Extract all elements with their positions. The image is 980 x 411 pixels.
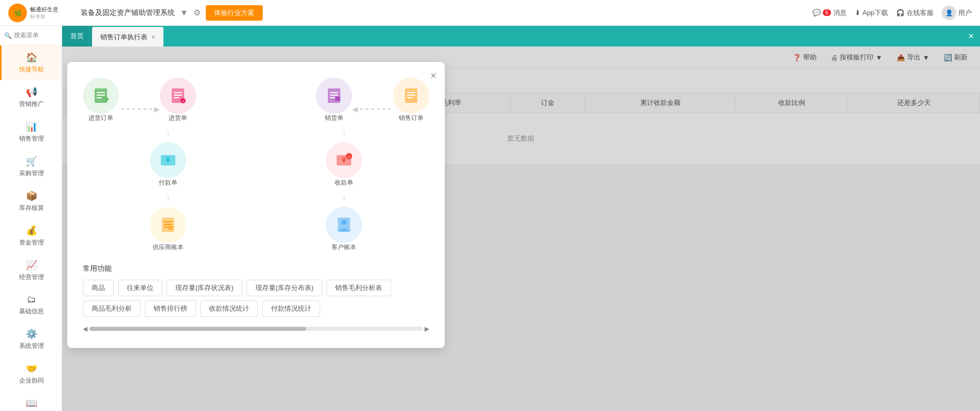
down-arrow-receipt: ↓ [326, 192, 362, 202]
sidebar-item-finance[interactable]: 💰 资金管理 [0, 219, 62, 253]
message-action[interactable]: 💬 6 消息 [812, 8, 847, 18]
flow-node-sales-bill[interactable]: 销货单 [316, 78, 352, 123]
flow-node-customer-ledger[interactable]: 客户账本 [326, 207, 362, 252]
app-header: 🌿 畅通好生意 标准版 装备及固定资产辅助管理系统 ▼ ⚙ 体验行业方案 💬 6… [0, 0, 980, 26]
feature-btn-receipt-stats[interactable]: 收款情况统计 [200, 300, 258, 317]
message-label: 消息 [833, 8, 847, 18]
main-layout: 🔍 搜索菜单 🏠 快捷导航 📢 营销推广 📊 销售管理 🛒 采购管理 📦 库存核… [0, 26, 980, 411]
payment-bill-circle: ¥ [150, 142, 186, 178]
download-icon: ⬇ [855, 9, 861, 17]
trial-button[interactable]: 体验行业方案 [206, 5, 263, 21]
tab-bar-right: × [968, 31, 980, 42]
app-download-action[interactable]: ⬇ App下载 [855, 8, 888, 18]
svg-marker-6 [106, 97, 109, 102]
sidebar: 🔍 搜索菜单 🏠 快捷导航 📢 营销推广 📊 销售管理 🛒 采购管理 📦 库存核… [0, 26, 62, 411]
tab-home[interactable]: 首页 [62, 26, 92, 47]
sidebar-search[interactable]: 🔍 搜索菜单 [0, 26, 62, 45]
flow-node-purchase-order[interactable]: 进货订单 [83, 78, 119, 123]
operations-icon: 📈 [26, 260, 37, 271]
online-service-action[interactable]: 🎧 在线客服 [896, 8, 933, 18]
purchase-icon: 🛒 [26, 156, 37, 167]
feature-btn-counterparty[interactable]: 往来单位 [118, 280, 162, 296]
feature-btn-sales-profit[interactable]: 销售毛利分析表 [326, 280, 391, 296]
supplier-ledger-circle [150, 207, 186, 243]
marketing-icon: 📢 [26, 86, 37, 98]
user-action[interactable]: 👤 用户 [942, 6, 972, 20]
online-service-label: 在线客服 [907, 8, 933, 18]
feature-btn-product-profit[interactable]: 商品毛利分析 [83, 300, 141, 317]
overlay[interactable]: × [62, 47, 980, 411]
flow-node-receipt-bill[interactable]: ¥ ✓ 收款单 [326, 142, 362, 187]
sidebar-item-quick-nav[interactable]: 🏠 快捷导航 [0, 45, 62, 80]
scroll-left-icon[interactable]: ◀ [83, 325, 87, 332]
tab-home-label: 首页 [70, 32, 84, 41]
svg-text:¥: ¥ [342, 156, 346, 164]
sidebar-item-label: 系统管理 [19, 342, 44, 351]
sidebar-item-sales[interactable]: 📊 销售管理 [0, 115, 62, 149]
service-icon: 🎧 [896, 9, 904, 17]
feature-btn-inventory-dist[interactable]: 现存量(库存分布表) [247, 280, 323, 296]
scroll-track [89, 327, 423, 331]
scroll-thumb [89, 327, 306, 331]
enterprise-icon: 🤝 [26, 363, 37, 374]
feature-btn-payment-stats[interactable]: 付款情况统计 [262, 300, 320, 317]
purchase-order-label: 进货订单 [88, 114, 113, 123]
user-name: 用户 [958, 8, 972, 18]
system-icon: ⚙️ [26, 328, 37, 340]
flow-node-purchase-bill[interactable]: ✓ 进货单 [160, 78, 196, 123]
inventory-icon: 📦 [26, 190, 37, 202]
dialog-close-icon[interactable]: × [430, 70, 436, 81]
svg-text:✓: ✓ [348, 155, 351, 159]
sidebar-item-label: 库存核算 [19, 204, 44, 212]
tab-close-icon[interactable]: × [152, 34, 155, 41]
gear-icon[interactable]: ⚙ [193, 8, 201, 18]
flow-node-payment-bill[interactable]: ¥ 付款单 [150, 142, 186, 187]
sidebar-item-label: 企业协同 [19, 376, 44, 385]
svg-rect-32 [168, 226, 173, 230]
flow-diagram: 进货订单 ▶ [83, 78, 429, 252]
sidebar-item-basics[interactable]: 🗂 基础信息 [0, 288, 62, 322]
svg-rect-17 [335, 97, 340, 101]
sidebar-item-label: 采购管理 [19, 169, 44, 178]
logo-icon: 🌿 [8, 4, 27, 22]
feature-btn-product[interactable]: 商品 [83, 280, 114, 296]
sidebar-item-system[interactable]: ⚙️ 系统管理 [0, 322, 62, 357]
customer-ledger-circle [326, 207, 362, 243]
sidebar-item-label: 销售管理 [19, 134, 44, 143]
flow-node-supplier-ledger[interactable]: 供应商账本 [150, 207, 186, 252]
sidebar-item-label: 基础信息 [19, 307, 44, 316]
flow-row-2: ¥ 付款单 ¥ [83, 142, 429, 187]
purchase-order-circle [83, 78, 119, 114]
close-window-icon[interactable]: × [968, 31, 974, 41]
scroll-right-icon[interactable]: ▶ [425, 325, 429, 332]
feature-buttons: 商品 往来单位 现存量(库存状况表) 现存量(库存分布表) 销售毛利分析表 商品… [83, 280, 429, 317]
sidebar-item-marketing[interactable]: 📢 营销推广 [0, 80, 62, 115]
sidebar-item-enterprise[interactable]: 🤝 企业协同 [0, 357, 62, 391]
feature-btn-inventory-status[interactable]: 现存量(库存状况表) [167, 280, 243, 296]
feature-btn-sales-ranking[interactable]: 销售排行榜 [145, 300, 196, 317]
svg-text:🌿: 🌿 [14, 9, 22, 17]
message-icon: 💬 [812, 9, 821, 17]
header-center: 装备及固定资产辅助管理系统 ▼ ⚙ 体验行业方案 [70, 5, 812, 21]
sidebar-item-operations[interactable]: 📈 经营管理 [0, 253, 62, 288]
common-features-title: 常用功能 [83, 264, 429, 273]
customer-ledger-label: 客户账本 [331, 243, 356, 252]
app-download-label: App下载 [863, 8, 888, 18]
purchase-bill-label: 进货单 [169, 114, 187, 123]
dropdown-arrow-icon[interactable]: ▼ [180, 8, 188, 18]
flow-node-sales-order[interactable]: 销售订单 [393, 78, 429, 123]
sidebar-item-purchase[interactable]: 🛒 采购管理 [0, 149, 62, 184]
purchase-bill-circle: ✓ [160, 78, 196, 114]
sidebar-item-guide[interactable]: 📖 新手引导 [0, 391, 62, 411]
system-name: 装备及固定资产辅助管理系统 [81, 8, 175, 18]
sidebar-item-inventory[interactable]: 📦 库存核算 [0, 184, 62, 219]
sales-order-label: 销售订单 [399, 114, 424, 123]
logo-line2: 标准版 [30, 13, 58, 20]
guide-icon: 📖 [26, 398, 37, 409]
tab-sales-exec[interactable]: 销售订单执行表 × [92, 27, 163, 48]
quick-nav-icon: 🏠 [26, 52, 37, 63]
flow-row-arrows: ↓ ↓ [83, 128, 429, 137]
sidebar-item-label: 快捷导航 [19, 65, 44, 74]
sidebar-item-label: 经营管理 [19, 273, 44, 282]
content-area: 首页 销售订单执行表 × × ❓ 帮助 🖨 按模板打印 ▼ [62, 26, 980, 411]
